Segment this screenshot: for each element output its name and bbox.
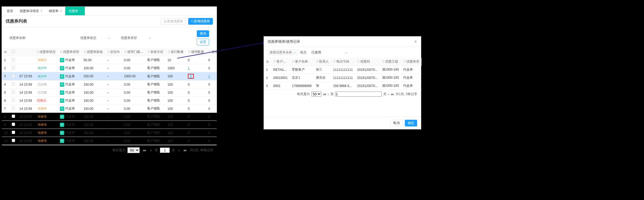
row-checkbox[interactable] <box>12 66 15 69</box>
modal-status-value[interactable]: 已使用 <box>311 50 321 55</box>
row-checkbox[interactable] <box>12 139 15 142</box>
col-header[interactable]: ⇅联系人 <box>314 58 331 66</box>
table-row[interactable]: 414 23:59已过期代代金券150.00--0.00客户领取10000↗▦ <box>2 81 217 89</box>
voucher-icon: 代 <box>60 107 64 111</box>
claimed-highlight[interactable]: 3 <box>188 74 194 79</box>
used-link[interactable]: 1 <box>208 74 210 78</box>
chevron-down-icon[interactable]: ⌵ <box>345 50 347 54</box>
modal-search[interactable]: ⌕ <box>268 50 297 55</box>
col-header[interactable]: ⇅发放方式 <box>145 48 165 56</box>
next-page-icon[interactable]: › <box>177 148 180 152</box>
search-button[interactable]: 查询 <box>197 30 209 37</box>
col-header[interactable]: ⚙ <box>2 48 10 56</box>
ok-button[interactable]: 确定 <box>405 120 417 126</box>
table-row[interactable]: 307 23:59执行中代代金券200.00--1000.00客户领取10031… <box>2 72 217 81</box>
sort-icon: ⇅ <box>168 50 170 54</box>
col-header[interactable]: ⇅折扣% <box>105 48 122 56</box>
sort-icon: ⇅ <box>107 50 110 54</box>
table-row[interactable]: 1114 23:59待发布代代金券150.00--0.00客户领取10000↗▦ <box>2 137 217 145</box>
row-checkbox[interactable] <box>12 115 15 118</box>
col-header[interactable]: ⇅使用门槛... <box>122 48 145 56</box>
filter-name-input[interactable] <box>27 35 70 41</box>
tab-首页[interactable]: 首页 <box>3 7 16 15</box>
close-icon[interactable]: ✕ <box>414 39 417 44</box>
page-summary: 共1页, 3条记录 <box>396 92 417 96</box>
col-header[interactable]: ⇅优惠券状态 <box>34 48 58 56</box>
col-header[interactable]: ⇅领用数量 <box>186 48 206 56</box>
table-row[interactable]: 914 23:59待发布代代金券150.00--0.00客户领取10000↗▦ <box>2 121 217 129</box>
table-row[interactable]: 1待执行代代金券50.00--0.00客户领取1000↗▦ <box>2 56 217 64</box>
col-header[interactable] <box>17 48 34 56</box>
close-icon[interactable]: × <box>60 9 62 13</box>
table-row[interactable]: 1RETAIL...零散客户张三111111111112019120070...… <box>264 66 421 74</box>
row-checkbox[interactable] <box>12 123 15 126</box>
row-checkbox[interactable] <box>12 131 15 134</box>
table-row[interactable]: 3000117666666666张156 6666 6...2019120070… <box>264 82 421 90</box>
row-checkbox[interactable] <box>12 58 15 61</box>
table-row[interactable]: 614 23:59已终止代代金券150.00--0.00客户领取10000↗▦ <box>2 97 217 105</box>
col-header[interactable] <box>10 48 17 56</box>
per-page-label: 每页显示 <box>112 148 125 152</box>
col-header[interactable]: ⇅电话号码 <box>331 58 355 66</box>
modal-status-label: 状态 <box>300 50 307 55</box>
prev-page-icon[interactable]: ‹ <box>149 148 152 152</box>
chevron-down-icon[interactable]: ⌵ <box>149 36 151 40</box>
cancel-button[interactable]: 取消 <box>390 120 403 126</box>
last-page-icon[interactable]: ⏭ <box>183 148 188 152</box>
chevron-down-icon[interactable]: ⌵ <box>108 36 110 40</box>
row-checkbox[interactable] <box>12 82 15 86</box>
select-all-checkbox[interactable] <box>12 50 15 53</box>
col-header[interactable]: ⇅优惠券面值 <box>81 48 105 56</box>
gear-icon[interactable]: ⚙ <box>266 60 269 64</box>
table-row[interactable]: 1014 23:59待发布代代金券150.00--0.00客户领取10000↗▦ <box>2 129 217 137</box>
table-row[interactable]: 714 23:59待发布代代金券150.00--0.00客户领取10000↗▦ <box>2 105 217 113</box>
page-input[interactable] <box>160 148 170 153</box>
col-header[interactable]: ⇅优惠码 <box>355 58 380 66</box>
modal-search-input[interactable] <box>270 50 294 54</box>
last-page-icon[interactable]: ⏭ <box>391 92 394 96</box>
table-row[interactable]: 200010001北京1唐先生111111111112019120070...满… <box>264 74 421 82</box>
page-suffix: 页 <box>383 92 387 96</box>
row-checkbox[interactable] <box>12 74 15 78</box>
next-page-icon[interactable]: › <box>388 92 389 96</box>
issue-coupon-button[interactable]: ◎发放优惠券 <box>161 18 186 25</box>
claimed-link[interactable]: 1 <box>188 66 190 70</box>
close-icon[interactable]: × <box>41 9 42 13</box>
per-page-select[interactable]: 50 <box>128 147 140 153</box>
tab-销货单[interactable]: 销货单× <box>46 7 65 15</box>
row-checkbox[interactable] <box>12 90 15 94</box>
col-header[interactable]: ⇅优惠主题 <box>380 58 401 66</box>
tab-优惠券[interactable]: 优惠券× <box>65 7 85 15</box>
sort-icon: ⇅ <box>357 60 360 63</box>
tab-优惠券详情页[interactable]: 优惠券详情页× <box>16 7 46 15</box>
prev-page-icon[interactable]: ‹ <box>328 92 329 96</box>
first-page-icon[interactable]: ⏮ <box>323 92 326 96</box>
page-title: 优惠券列表 <box>6 19 27 24</box>
row-checkbox[interactable] <box>12 107 15 110</box>
sort-icon: ⇅ <box>83 50 86 54</box>
col-header[interactable]: ⇅发行数量 <box>165 48 186 56</box>
filter-status-label: 优惠券状态 <box>80 36 96 40</box>
search-icon[interactable]: ⌕ <box>294 50 296 54</box>
settings-button[interactable]: 设置 <box>197 39 209 45</box>
gear-icon[interactable]: ⚙ <box>4 50 7 54</box>
status-badge: 已过期 <box>36 82 48 86</box>
table-row[interactable]: 814 23:59待发布代代金券150.00--0.00客户领取10000↗▦ <box>2 113 217 121</box>
status-badge: 已过期 <box>36 90 48 94</box>
col-header[interactable]: ⇅客户... <box>271 58 290 66</box>
table-row[interactable]: 2执行中代代金券100.00--0.00客户领取100010↗▦ <box>2 64 217 72</box>
page-input[interactable] <box>335 92 382 97</box>
sort-icon: ⇅ <box>36 50 39 54</box>
col-header[interactable]: ⚙ <box>264 58 271 66</box>
col-header[interactable]: ⇅优惠券类型 <box>58 48 81 56</box>
per-page-select[interactable]: 50 <box>311 92 321 97</box>
col-header[interactable]: ⇅客户名称 <box>290 58 314 66</box>
col-header[interactable]: ⇅优惠券类 <box>401 58 421 66</box>
add-coupon-button[interactable]: + 新增优惠券 <box>188 18 213 25</box>
table-row[interactable]: 514 23:59已过期代代金券150.00--0.00客户领取10000↗▦ <box>2 89 217 97</box>
first-page-icon[interactable]: ⏮ <box>142 148 147 152</box>
close-icon[interactable]: × <box>80 9 82 13</box>
sort-icon: ⇅ <box>124 50 127 54</box>
row-checkbox[interactable] <box>12 99 15 102</box>
col-header[interactable]: ⇅使用数量 <box>206 48 217 56</box>
